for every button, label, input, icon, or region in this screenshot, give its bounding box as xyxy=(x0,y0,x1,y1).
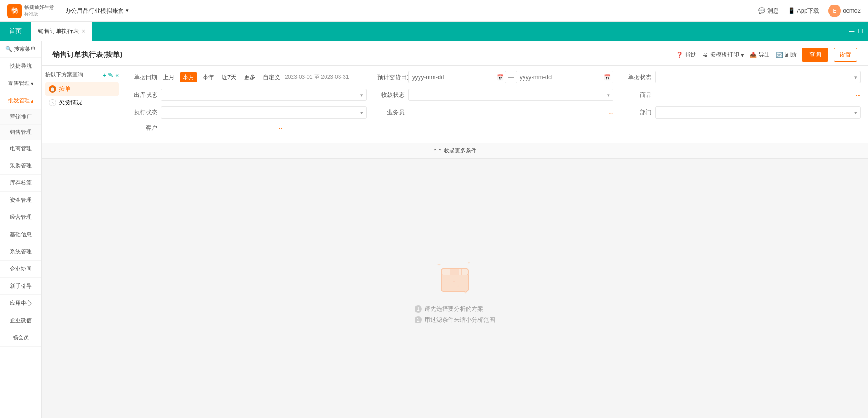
sidebar-item-wechat[interactable]: 企业微信 xyxy=(0,312,41,329)
sidebar-item-sales-label: 销售管理 xyxy=(10,129,32,135)
export-btn[interactable]: 📤 导出 xyxy=(750,51,770,59)
help-btn[interactable]: ❓ 帮助 xyxy=(676,51,697,59)
exec-status-select[interactable] xyxy=(161,106,367,119)
filter-schemes: 按以下方案查询 + ✎ « 📋 按单 ○ 欠货情况 xyxy=(42,66,123,143)
date-tab-more[interactable]: 更多 xyxy=(242,72,257,82)
tab-home[interactable]: 首页 xyxy=(0,22,31,41)
tip-text-2: 用过滤条件来缩小分析范围 xyxy=(425,316,495,324)
forecast-start-input[interactable] xyxy=(408,71,506,83)
date-tab-thisyear[interactable]: 本年 xyxy=(201,72,216,82)
sidebar-item-wholesale-label: 批发管理 xyxy=(8,97,30,104)
export-icon: 📤 xyxy=(750,52,757,58)
goods-more-btn[interactable]: ··· xyxy=(855,91,861,99)
sidebar-item-quicknav[interactable]: 快捷导航 xyxy=(0,58,41,75)
sidebar: 🔍 搜索菜单 快捷导航 零售管理 ▾ 批发管理 ▴ 营销推广 销售管理 电商管理… xyxy=(0,41,42,418)
forecast-start-calendar-icon: 📅 xyxy=(497,74,504,81)
chevron-down-icon: ▾ xyxy=(31,81,33,87)
add-scheme-btn[interactable]: + xyxy=(103,71,106,79)
tab-bar-actions: ─ □ xyxy=(849,27,868,35)
date-tab-custom[interactable]: 自定义 xyxy=(261,72,282,82)
filter-fields: 单据日期 上月 本月 本年 近7天 更多 自定义 2023-03-01 至 20… xyxy=(123,66,868,143)
sidebar-item-operations[interactable]: 经营管理 xyxy=(0,209,41,226)
sidebar-item-basics[interactable]: 基础信息 xyxy=(0,226,41,243)
forecast-date-label: 预计交货日期 xyxy=(377,73,405,81)
app-title: 办公用品行业模拟账套 xyxy=(65,7,124,15)
scheme-item-order-label: 按单 xyxy=(59,85,71,93)
filter-scheme-title: 按以下方案查询 + ✎ « xyxy=(45,71,119,79)
empty-state: ✦ ✦ ✦ ↑ ↑ 1 请先选择要分析的方案 2 用过滤条件来缩小分析范围 xyxy=(42,159,868,418)
tab-active[interactable]: 销售订单执行表 × xyxy=(31,22,92,41)
tip-num-2: 2 xyxy=(415,316,422,323)
svg-text:↑: ↑ xyxy=(452,278,456,287)
scheme-item-shortage[interactable]: ○ 欠货情况 xyxy=(45,96,119,109)
date-tab-lastmonth[interactable]: 上月 xyxy=(161,72,176,82)
sidebar-item-wholesale[interactable]: 批发管理 ▴ xyxy=(0,92,41,109)
scheme-item-shortage-label: 欠货情况 xyxy=(59,99,82,107)
user-area[interactable]: E demo2 xyxy=(828,5,861,17)
tab-minimize-btn[interactable]: ─ xyxy=(849,27,854,35)
settings-btn[interactable]: 设置 xyxy=(834,48,857,62)
sidebar-item-inventory-label: 库存核算 xyxy=(10,180,32,186)
dept-select-wrap xyxy=(655,106,861,119)
svg-text:✦: ✦ xyxy=(467,261,471,265)
customer-more-btn[interactable]: ··· xyxy=(278,124,284,132)
salesman-label: 业务员 xyxy=(377,109,405,117)
salesman-more-btn[interactable]: ··· xyxy=(609,109,614,116)
sidebar-item-ecommerce[interactable]: 电商管理 xyxy=(0,140,41,157)
svg-text:✦: ✦ xyxy=(464,290,467,294)
receipt-label: 收款状态 xyxy=(377,91,405,99)
field-salesman: 业务员 ··· xyxy=(377,109,614,117)
tab-bar: 首页 销售订单执行表 × ─ □ xyxy=(0,22,868,41)
help-icon: ❓ xyxy=(676,52,683,58)
sidebar-item-inventory[interactable]: 库存核算 xyxy=(0,175,41,192)
sidebar-item-guide[interactable]: 新手引导 xyxy=(0,278,41,295)
tab-close-icon[interactable]: × xyxy=(82,28,85,34)
print-btn[interactable]: 🖨 按模板打印 ▾ xyxy=(702,51,744,59)
date-tab-thismonth[interactable]: 本月 xyxy=(180,72,197,82)
refresh-btn[interactable]: 🔄 刷新 xyxy=(776,51,797,59)
sidebar-item-retail-label: 零售管理 xyxy=(8,80,30,87)
collapse-schemes-btn[interactable]: « xyxy=(115,71,119,79)
receipt-select[interactable] xyxy=(408,89,614,101)
app-title-arrow: ▾ xyxy=(126,7,129,14)
sidebar-item-appstore[interactable]: 应用中心 xyxy=(0,295,41,312)
sidebar-item-finance[interactable]: 资金管理 xyxy=(0,192,41,209)
page-title: 销售订单执行表(按单) xyxy=(52,50,123,60)
date-tabs: 上月 本月 本年 近7天 更多 自定义 xyxy=(161,72,282,82)
field-date: 单据日期 上月 本月 本年 近7天 更多 自定义 2023-03-01 至 20… xyxy=(130,72,367,82)
sidebar-item-collab[interactable]: 企业协同 xyxy=(0,261,41,278)
edit-scheme-btn[interactable]: ✎ xyxy=(108,71,113,79)
sidebar-search[interactable]: 🔍 搜索菜单 xyxy=(0,41,41,58)
app-selector[interactable]: 办公用品行业模拟账套 ▾ xyxy=(65,7,129,15)
sidebar-item-marketing-label: 营销推广 xyxy=(10,114,32,120)
help-label: 帮助 xyxy=(685,51,697,59)
filter-scheme-title-text: 按以下方案查询 xyxy=(45,71,83,79)
sidebar-item-operations-label: 经营管理 xyxy=(10,214,32,220)
svg-text:↑: ↑ xyxy=(457,283,460,290)
filter-row-1: 单据日期 上月 本月 本年 近7天 更多 自定义 2023-03-01 至 20… xyxy=(130,71,861,83)
sidebar-item-marketing[interactable]: 营销推广 xyxy=(0,109,41,125)
forecast-end-calendar-icon: 📅 xyxy=(604,74,611,81)
dept-select[interactable] xyxy=(655,106,861,119)
tab-maximize-btn[interactable]: □ xyxy=(858,27,863,35)
date-tab-7days[interactable]: 近7天 xyxy=(220,72,238,82)
field-forecast-date: 预计交货日期 📅 — 📅 xyxy=(377,71,614,83)
sidebar-item-purchase[interactable]: 采购管理 xyxy=(0,157,41,175)
sidebar-item-member[interactable]: 畅会员 xyxy=(0,329,41,347)
query-btn[interactable]: 查询 xyxy=(802,48,828,62)
scheme-item-order[interactable]: 📋 按单 xyxy=(45,82,119,96)
forecast-end-input[interactable] xyxy=(516,71,614,83)
outbound-select[interactable] xyxy=(161,89,367,101)
username: demo2 xyxy=(843,7,861,14)
sidebar-item-system[interactable]: 系统管理 xyxy=(0,243,41,261)
sidebar-item-member-label: 畅会员 xyxy=(13,334,29,341)
collapse-bar[interactable]: ⌃⌃ 收起更多条件 xyxy=(42,143,868,159)
content-area: 销售订单执行表(按单) ❓ 帮助 🖨 按模板打印 ▾ 📤 导出 🔄 刷新 xyxy=(42,41,868,418)
empty-tips: 1 请先选择要分析的方案 2 用过滤条件来缩小分析范围 xyxy=(415,305,495,324)
message-btn[interactable]: 💬 消息 xyxy=(758,7,779,15)
doc-status-select[interactable] xyxy=(655,71,861,83)
download-btn[interactable]: 📱 App下载 xyxy=(788,7,819,15)
sidebar-item-sales[interactable]: 销售管理 xyxy=(0,125,41,140)
message-icon: 💬 xyxy=(758,7,765,14)
sidebar-item-retail[interactable]: 零售管理 ▾ xyxy=(0,75,41,92)
